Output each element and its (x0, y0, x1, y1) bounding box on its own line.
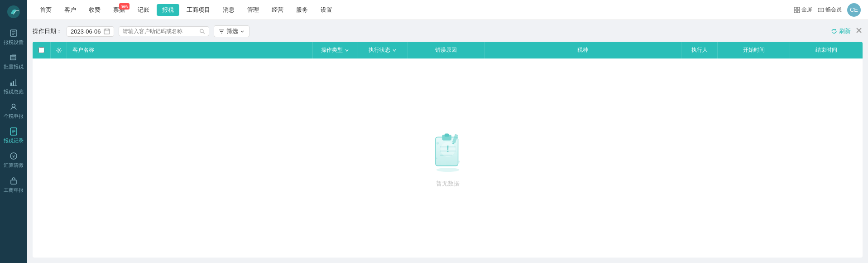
date-label: 操作日期： (33, 27, 62, 35)
svg-text:!: ! (446, 143, 449, 153)
th-executor: 执行人 (681, 42, 718, 58)
th-end-time: 结束时间 (790, 42, 863, 58)
sidebar-item-label: 汇算清缴 (4, 162, 24, 168)
sidebar-item-settlement[interactable]: ¥ 汇算清缴 (0, 147, 27, 172)
search-box[interactable] (119, 26, 209, 36)
batch-tax-icon (9, 53, 19, 63)
filter-button[interactable]: 筛选 (214, 25, 249, 37)
nav-operation[interactable]: 经营 (266, 4, 289, 16)
sidebar-item-label: 报税记录 (4, 137, 24, 144)
new-badge: new (119, 3, 129, 10)
empty-text: 暂无数据 (436, 180, 460, 188)
nav-invoice[interactable]: 票据 new (108, 4, 130, 16)
close-icon (855, 27, 863, 34)
svg-point-51 (436, 142, 438, 144)
date-value: 2023-06-06 (71, 28, 101, 35)
fullscreen-label: 全屏 (801, 6, 812, 14)
content-area: 操作日期： 2023-06-06 (27, 20, 868, 263)
nav-tax[interactable]: 报税 (157, 4, 179, 16)
th-checkbox[interactable] (33, 42, 51, 58)
empty-state: ! (427, 129, 468, 188)
nav-items: 首页 客户 收费 票据 new 记账 报税 工商项目 消息 管理 经营 服务 设… (34, 4, 794, 16)
sidebar-item-label: 批量报税 (4, 63, 24, 70)
svg-point-38 (58, 49, 60, 51)
th-client-name: 客户名称 (67, 42, 313, 58)
sidebar-item-label: 报税总览 (4, 88, 24, 95)
svg-rect-43 (444, 133, 449, 136)
data-table: 客户名称 操作类型 执行状态 错误原因 (33, 42, 863, 258)
svg-rect-21 (794, 7, 796, 10)
sidebar-item-tax-overview[interactable]: 报税总览 (0, 74, 27, 98)
svg-point-52 (436, 157, 437, 159)
filter-icon (219, 29, 225, 34)
user-avatar[interactable]: CE (847, 3, 861, 17)
th-exec-status[interactable]: 执行状态 (358, 42, 408, 58)
sidebar-item-annual-report[interactable]: 工商年报 (0, 172, 27, 197)
svg-point-39 (436, 168, 459, 172)
sidebar-item-batch-tax[interactable]: 批量报税 (0, 49, 27, 73)
avatar-text: CE (850, 6, 858, 13)
filter-status-icon (392, 48, 397, 53)
toolbar: 操作日期： 2023-06-06 (33, 25, 863, 37)
nav-client[interactable]: 客户 (59, 4, 82, 16)
svg-rect-27 (104, 29, 110, 34)
sidebar-item-tax-settings[interactable]: 报税设置 (0, 24, 27, 49)
date-picker[interactable]: 2023-06-06 (67, 26, 114, 37)
svg-rect-8 (12, 54, 16, 55)
filter-label: 筛选 (226, 27, 238, 35)
sidebar-item-label: 报税设置 (4, 39, 24, 45)
member-button[interactable]: 畅会员 (818, 6, 842, 14)
refresh-icon (831, 28, 837, 34)
fullscreen-button[interactable]: 全屏 (794, 6, 812, 14)
th-start-time: 开始时间 (718, 42, 790, 58)
fullscreen-icon (794, 7, 800, 13)
search-icon (199, 28, 205, 34)
tax-records-icon (9, 127, 19, 136)
gear-icon (56, 47, 62, 54)
app-logo[interactable] (5, 4, 22, 20)
th-op-type[interactable]: 操作类型 (313, 42, 358, 58)
sidebar-item-label: 工商年报 (4, 187, 24, 193)
close-button[interactable] (855, 27, 863, 36)
select-all-checkbox[interactable] (38, 47, 44, 53)
nav-accounting[interactable]: 记账 (132, 4, 155, 16)
sidebar-item-personal-tax[interactable]: 个税申报 (0, 98, 27, 123)
refresh-button[interactable]: 刷新 (831, 27, 851, 35)
search-input[interactable] (123, 28, 197, 34)
nav-manage[interactable]: 管理 (242, 4, 264, 16)
svg-rect-5 (10, 55, 16, 60)
svg-point-13 (12, 104, 15, 107)
table-header: 客户名称 操作类型 执行状态 错误原因 (33, 42, 863, 58)
calendar-icon (104, 28, 110, 34)
nav-business[interactable]: 工商项目 (181, 4, 216, 16)
nav-message[interactable]: 消息 (217, 4, 240, 16)
main-wrapper: 首页 客户 收费 票据 new 记账 报税 工商项目 消息 管理 经营 服务 设… (27, 0, 868, 263)
svg-point-53 (458, 161, 460, 163)
nav-service[interactable]: 服务 (291, 4, 313, 16)
th-error-reason: 错误原因 (408, 42, 485, 58)
nav-home[interactable]: 首页 (34, 4, 57, 16)
tax-settings-icon (9, 28, 19, 38)
personal-tax-icon (9, 102, 19, 112)
nav-settings[interactable]: 设置 (315, 4, 338, 16)
sidebar-item-label: 个税申报 (4, 113, 24, 119)
refresh-label: 刷新 (839, 27, 851, 35)
svg-rect-24 (797, 10, 800, 13)
svg-rect-9 (10, 83, 12, 86)
th-tax-type: 税种 (485, 42, 681, 58)
top-navigation: 首页 客户 收费 票据 new 记账 报税 工商项目 消息 管理 经营 服务 设… (27, 0, 868, 20)
svg-rect-22 (797, 7, 800, 10)
nav-billing[interactable]: 收费 (83, 4, 106, 16)
annual-report-icon (9, 176, 19, 186)
svg-rect-20 (11, 180, 16, 184)
svg-rect-23 (794, 10, 796, 13)
svg-line-32 (203, 32, 205, 34)
svg-rect-11 (15, 79, 16, 86)
member-label: 畅会员 (825, 6, 842, 14)
empty-illustration: ! (427, 129, 468, 174)
table-body-empty: ! (33, 58, 863, 258)
sidebar-item-tax-records[interactable]: 报税记录 (0, 123, 27, 147)
svg-point-31 (200, 29, 203, 32)
th-gear[interactable] (51, 42, 67, 58)
svg-rect-10 (13, 81, 14, 86)
